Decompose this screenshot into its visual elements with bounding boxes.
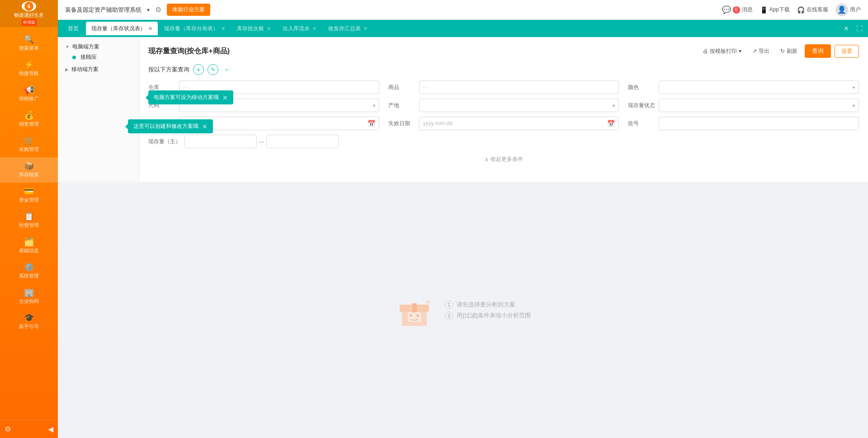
sidebar-item-newbie[interactable]: 🎓 新手引导 <box>0 309 58 334</box>
tab-batch-ledger[interactable]: 库存批次账 ✕ <box>231 22 276 35</box>
pc-scheme-child-1[interactable]: 接顾应 <box>70 52 139 62</box>
app-download-item[interactable]: 📱 App下载 <box>760 6 790 14</box>
sidebar: 6 畅捷通好生意 标准版 🔍 搜索菜单 ⚡ 快捷导航 📢 营销推广 💰 销售管理… <box>0 0 58 438</box>
step-1-num: 1 <box>445 301 453 309</box>
expire-date-input[interactable]: yyyy-mm-dd 📅 <box>419 117 619 130</box>
header-settings-icon[interactable]: ⚙ <box>155 5 161 14</box>
tab-inout-flow-close[interactable]: ✕ <box>312 26 316 32</box>
sidebar-item-inventory[interactable]: 📦 库存核算 <box>0 157 58 183</box>
color-select[interactable]: ▾ <box>659 80 859 94</box>
stock-qty-min-input[interactable] <box>184 135 257 148</box>
tab-batch-ledger-close[interactable]: ✕ <box>267 26 271 32</box>
edit-scheme-btn[interactable]: ✎ <box>208 64 218 75</box>
color-field: 颜色 ▾ <box>628 80 859 94</box>
user-item[interactable]: 👤 用户 <box>835 4 861 16</box>
sidebar-label-newbie: 新手引导 <box>19 323 39 330</box>
marketing-icon: 📢 <box>24 86 34 94</box>
tab-inventory-status[interactable]: 现存量（库存状况表） ✕ <box>86 22 158 35</box>
svg-point-5 <box>410 314 412 316</box>
tab-inventory-dist[interactable]: 现存量（库存分布表） ✕ <box>159 22 231 35</box>
batch-no-input[interactable] <box>659 117 859 130</box>
sidebar-item-search[interactable]: 🔍 搜索菜单 <box>0 31 58 56</box>
create-tooltip-close[interactable]: ✕ <box>202 123 208 130</box>
query-button[interactable]: 查询 <box>805 44 831 58</box>
tab-inventory-status-label: 现存量（库存状况表） <box>91 25 146 33</box>
online-support-icon: 🎧 <box>797 6 805 14</box>
scheme-tree-pc-root[interactable]: ▼ 电脑端方案 <box>62 42 139 52</box>
sidebar-item-enterprise[interactable]: 🏢 企业协同 <box>0 284 58 309</box>
header-dropdown[interactable]: ▾ <box>147 7 150 13</box>
sidebar-settings-icon[interactable]: ⚙ <box>5 425 11 433</box>
tab-inventory-dist-label: 现存量（库存分布表） <box>164 25 218 33</box>
mobile-scheme-label: 移动端方案 <box>71 66 99 73</box>
step-2: 2 用[过滤]条件来缩小分析范围 <box>445 311 530 320</box>
tab-inout-flow[interactable]: 出入库流水 ✕ <box>277 22 322 35</box>
pc-tooltip-close[interactable]: ✕ <box>222 94 228 101</box>
add-scheme-btn[interactable]: + <box>193 64 204 75</box>
sidebar-item-finance[interactable]: 💳 资金管理 <box>0 183 58 208</box>
sidebar-label-quick-nav: 快捷导航 <box>19 70 39 77</box>
inventory-icon: 📦 <box>24 162 34 170</box>
pc-tooltip-text: 电脑方案可设为移动方案哦 <box>154 94 219 101</box>
export-btn[interactable]: ↗ 导出 <box>749 46 773 57</box>
industry-plan-button[interactable]: 体验行业方案 <box>167 4 210 16</box>
online-support-item[interactable]: 🎧 在线客服 <box>797 6 828 14</box>
expire-date-field: 失效日期 yyyy-mm-dd 📅 <box>388 117 619 130</box>
tab-recv-summary[interactable]: 收发存汇总表 ✕ <box>323 22 373 35</box>
filter-panel-full: ▼ 电脑端方案 接顾应 ▶ 移动端方案 <box>58 37 868 182</box>
tab-inventory-status-close[interactable]: ✕ <box>148 26 152 32</box>
sidebar-item-system[interactable]: ⚙️ 系统管理 <box>0 259 58 284</box>
sales-icon: 💰 <box>24 111 34 119</box>
messages-label: 消息 <box>742 6 753 14</box>
sidebar-bottom: ⚙ ◀ <box>0 420 58 438</box>
page-actions: 🖨 按模板打印 ▾ ↗ 导出 ↻ 刷新 查询 设置 <box>699 44 859 58</box>
logo-icon: 6 <box>22 1 36 11</box>
tab-inventory-dist-close[interactable]: ✕ <box>221 26 225 32</box>
refresh-btn[interactable]: ↻ 刷新 <box>777 46 801 57</box>
collapse-btn[interactable]: ∧ 收起更多条件 <box>148 153 859 166</box>
sidebar-item-purchase[interactable]: 🛒 采购管理 <box>0 132 58 157</box>
step-2-num: 2 <box>445 311 453 320</box>
print-template-btn[interactable]: 🖨 按模板打印 ▾ <box>699 46 745 57</box>
export-icon: ↗ <box>752 48 757 54</box>
stock-qty-max-input[interactable] <box>266 135 339 148</box>
sidebar-collapse-icon[interactable]: ◀ <box>48 425 53 433</box>
color-arrow-icon: ▾ <box>853 85 855 90</box>
expire-date-placeholder: yyyy-mm-dd <box>423 120 453 127</box>
left-scheme-panel: ▼ 电脑端方案 接顾应 ▶ 移动端方案 <box>58 37 139 182</box>
tab-home[interactable]: 首页 <box>61 22 85 35</box>
settings-button[interactable]: 设置 <box>835 45 859 58</box>
color-label: 颜色 <box>628 84 655 91</box>
warehouse-dots: ··· <box>183 84 188 90</box>
goods-input[interactable]: ··· <box>419 80 619 94</box>
arrow-left-btn[interactable]: ← <box>222 64 233 75</box>
sidebar-label-enterprise: 企业协同 <box>19 298 39 305</box>
sidebar-item-marketing[interactable]: 📢 营销推广 <box>0 81 58 107</box>
svg-text:6: 6 <box>28 4 30 9</box>
scheme-tree-mobile-root[interactable]: ▶ 移动端方案 <box>62 64 139 75</box>
sidebar-item-quick-nav[interactable]: ⚡ 快捷导航 <box>0 56 58 81</box>
pc-scheme-label: 电脑端方案 <box>72 43 99 51</box>
tab-close-all-icon[interactable]: ✕ <box>842 23 851 34</box>
origin-select[interactable]: ▾ <box>419 99 619 112</box>
sidebar-label-finance: 资金管理 <box>19 197 39 203</box>
goods-label: 商品 <box>388 84 415 91</box>
sidebar-item-basic-info[interactable]: 🗂️ 基础信息 <box>0 233 58 259</box>
tab-recv-summary-close[interactable]: ✕ <box>363 26 368 32</box>
filter-section-header: 按以下方案查询 + ✎ ← <box>148 64 859 75</box>
empty-steps: 1 请先选择要分析的方案 2 用[过滤]条件来缩小分析范围 <box>445 301 530 320</box>
sidebar-item-sales[interactable]: 💰 销售管理 <box>0 107 58 132</box>
operations-icon: 📋 <box>24 212 34 221</box>
tab-fullscreen-icon[interactable]: ⛶ <box>854 23 864 34</box>
step-2-text: 用[过滤]条件来缩小分析范围 <box>457 311 530 320</box>
filter-row-3: 生产日期 yyyy-mm-dd 📅 失效日期 yyyy-mm-dd 📅 <box>148 117 859 130</box>
stock-status-select[interactable]: ▾ <box>659 99 859 112</box>
messages-item[interactable]: 💬 6 消息 <box>722 5 753 14</box>
filter-controls: + ✎ ← <box>193 64 233 75</box>
sidebar-item-operations[interactable]: 📋 经营管理 <box>0 208 58 233</box>
range-separator: — <box>259 138 264 145</box>
tab-batch-ledger-label: 库存批次账 <box>237 25 264 33</box>
stock-status-label: 现存量状态 <box>628 102 655 109</box>
refresh-icon: ↻ <box>780 48 785 54</box>
goods-field: 商品 ··· <box>388 80 619 94</box>
